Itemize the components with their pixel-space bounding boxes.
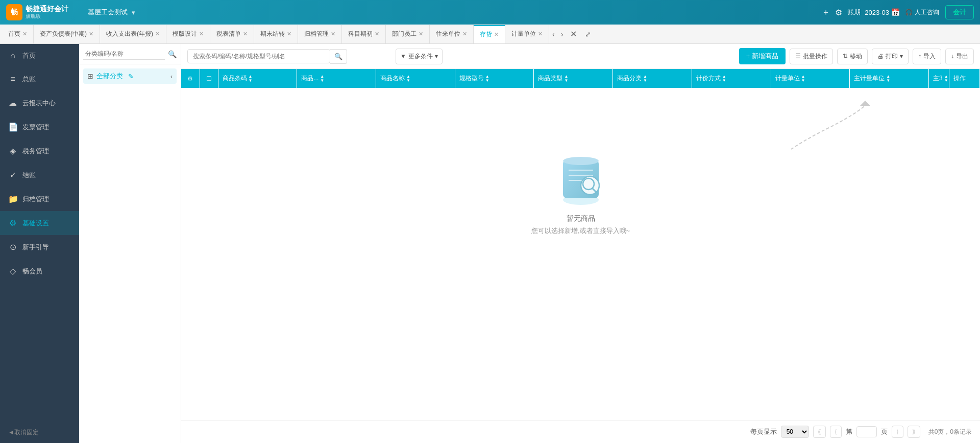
svg-marker-0: [860, 101, 870, 106]
print-icon: 🖨: [877, 53, 884, 60]
move-button[interactable]: ⇅ 移动: [837, 49, 868, 64]
page-number-input[interactable]: 1: [856, 426, 877, 437]
tab-close-balance[interactable]: ✕: [89, 31, 93, 37]
logo-text: 畅捷通好会计 旗舰版: [26, 5, 68, 20]
th-unit[interactable]: 计量单位 ▲▼: [771, 69, 850, 88]
table-header-row: ⚙ ☐ 商品条码 ▲▼ 商品..: [181, 69, 980, 88]
tab-close-closing[interactable]: ✕: [287, 31, 291, 37]
tab-expand-button[interactable]: ⤢: [581, 30, 595, 38]
tab-close-contacts[interactable]: ✕: [462, 31, 467, 37]
tab-close-tax[interactable]: ✕: [243, 31, 248, 37]
product-table: ⚙ ☐ 商品条码 ▲▼ 商品..: [181, 69, 980, 88]
tree-collapse-icon[interactable]: ‹: [170, 73, 173, 80]
settings-button[interactable]: ⚙: [835, 8, 842, 17]
tab-dept[interactable]: 部门员工 ✕: [386, 25, 430, 43]
member-icon: ◇: [8, 266, 17, 276]
main-search-input[interactable]: [187, 49, 330, 63]
tab-closing[interactable]: 期末结转 ✕: [254, 25, 298, 43]
th-spec[interactable]: 规格型号 ▲▼: [455, 69, 534, 88]
next-page-button[interactable]: ⟩: [892, 426, 903, 438]
tab-prev-button[interactable]: ‹: [549, 30, 558, 38]
sidebar-item-reports[interactable]: ☁ 云报表中心: [0, 91, 79, 115]
tab-close-archive[interactable]: ✕: [331, 31, 335, 37]
tab-close-unit[interactable]: ✕: [538, 31, 543, 37]
sort-arrows-col3: ▲▼: [944, 75, 948, 83]
sort-arrows-barcode: ▲▼: [249, 75, 253, 83]
sidebar-item-close[interactable]: ✓ 结账: [0, 163, 79, 187]
sidebar-unpin-button[interactable]: ◄取消固定: [0, 422, 79, 443]
th-checkbox[interactable]: ☐: [200, 69, 218, 88]
first-page-button[interactable]: ⟪: [813, 426, 826, 438]
archive-icon: 📁: [8, 194, 17, 204]
th-settings[interactable]: ⚙: [181, 69, 200, 88]
th-code[interactable]: 商品... ▲▼: [297, 69, 376, 88]
tab-balance[interactable]: 资产负债表(中期) ✕: [34, 25, 100, 43]
tab-close-income[interactable]: ✕: [155, 31, 160, 37]
add-tab-button[interactable]: ＋: [822, 7, 830, 18]
tab-inventory[interactable]: 存货 ✕: [474, 25, 505, 43]
th-main-unit[interactable]: 主计量单位 ▲▼: [850, 69, 929, 88]
company-selector[interactable]: 基层工会测试 ▾: [88, 8, 817, 17]
sidebar-item-tax[interactable]: ◈ 税务管理: [0, 139, 79, 163]
tab-home[interactable]: 首页 ✕: [2, 25, 34, 43]
tab-template[interactable]: 模版设计 ✕: [166, 25, 210, 43]
tab-bar: 首页 ✕ 资产负债表(中期) ✕ 收入支出表(年报) ✕ 模版设计 ✕ 税表清单…: [0, 25, 980, 44]
account-button[interactable]: 会计: [945, 5, 974, 19]
sidebar-item-member[interactable]: ◇ 畅会员: [0, 259, 79, 283]
category-search-icon[interactable]: 🔍: [168, 50, 177, 58]
batch-button[interactable]: ☰ 批量操作: [790, 49, 833, 64]
sort-arrows-code: ▲▼: [320, 75, 324, 83]
empty-title: 暂无商品: [567, 214, 595, 223]
th-col3[interactable]: 主3 ▲▼: [929, 69, 949, 88]
period-display: 账期 2023-03 📅: [847, 8, 900, 17]
sidebar-item-archive[interactable]: 📁 归档管理: [0, 187, 79, 211]
sidebar-item-invoice[interactable]: 📄 发票管理: [0, 115, 79, 139]
tab-close-all-button[interactable]: ✕: [566, 29, 581, 39]
settings-nav-icon: ⚙: [8, 218, 17, 228]
filter-button[interactable]: ▼ 更多条件 ▾: [396, 49, 443, 64]
tab-income[interactable]: 收入支出表(年报) ✕: [100, 25, 166, 43]
sidebar-item-settings[interactable]: ⚙ 基础设置: [0, 211, 79, 235]
sidebar-item-home[interactable]: ⌂ 首页: [0, 44, 79, 67]
sidebar-item-ledger[interactable]: ≡ 总账: [0, 67, 79, 91]
tab-close-inventory[interactable]: ✕: [494, 31, 499, 38]
tree-item-all[interactable]: ⊞ 全部分类 ✎ ‹: [83, 68, 177, 84]
per-page-select[interactable]: 50 20 100: [781, 426, 809, 438]
import-button[interactable]: ↑ 导入: [913, 49, 941, 64]
prev-page-button[interactable]: ⟨: [830, 426, 842, 438]
tab-unit[interactable]: 计量单位 ✕: [505, 25, 549, 43]
last-page-button[interactable]: ⟫: [908, 426, 920, 438]
tree-edit-icon[interactable]: ✎: [128, 73, 134, 80]
th-type[interactable]: 商品类型 ▲▼: [534, 69, 613, 88]
export-button[interactable]: ↓ 导出: [945, 49, 974, 64]
th-barcode[interactable]: 商品条码 ▲▼: [218, 69, 297, 88]
th-category[interactable]: 商品分类 ▲▼: [613, 69, 692, 88]
import-icon: ↑: [918, 53, 921, 60]
filter-icon: ▼: [400, 53, 406, 60]
tab-next-button[interactable]: ›: [558, 30, 567, 38]
main-search-bar: 🔍: [187, 49, 391, 64]
service-button[interactable]: 🎧 人工咨询: [905, 8, 939, 17]
tab-subject[interactable]: 科目期初 ✕: [342, 25, 386, 43]
tab-contacts[interactable]: 往来单位 ✕: [430, 25, 474, 43]
tab-close-subject[interactable]: ✕: [375, 31, 379, 37]
dashed-arrow-decoration: [776, 98, 878, 159]
tab-tax[interactable]: 税表清单 ✕: [210, 25, 254, 43]
tab-archive[interactable]: 归档管理 ✕: [298, 25, 342, 43]
print-button[interactable]: 🖨 打印 ▾: [872, 49, 909, 64]
th-action: 操作: [949, 69, 980, 88]
move-icon: ⇅: [843, 53, 848, 60]
category-search-input[interactable]: [83, 48, 165, 60]
calendar-icon[interactable]: 📅: [891, 8, 900, 16]
tab-close-dept[interactable]: ✕: [419, 31, 423, 37]
header-right: 🎧 人工咨询 会计: [905, 5, 974, 19]
main-search-icon[interactable]: 🔍: [330, 49, 347, 64]
new-product-button[interactable]: + 新增商品: [739, 48, 786, 64]
th-name[interactable]: 商品名称 ▲▼: [376, 69, 455, 88]
cloud-icon: ☁: [8, 98, 17, 108]
tab-close-home[interactable]: ✕: [22, 31, 27, 37]
company-dropdown-icon[interactable]: ▾: [132, 9, 135, 16]
sidebar-item-guide[interactable]: ⊙ 新手引导: [0, 235, 79, 259]
th-price[interactable]: 计价方式 ▲▼: [692, 69, 771, 88]
tab-close-template[interactable]: ✕: [199, 31, 204, 37]
